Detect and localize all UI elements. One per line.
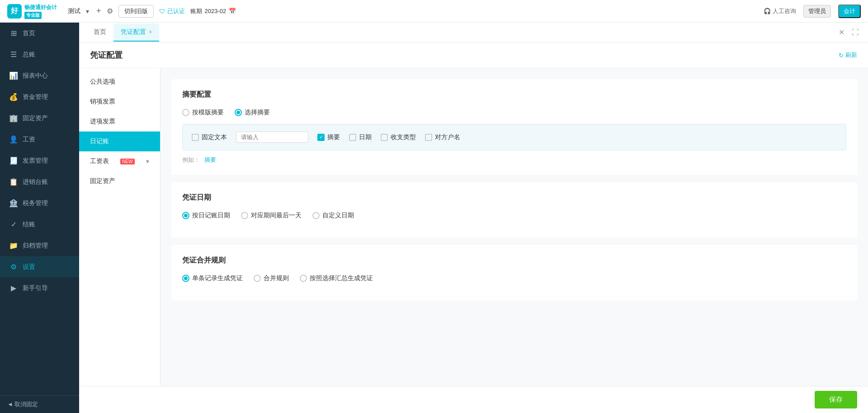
config-sidebar-diary[interactable]: 日记账 <box>79 131 160 151</box>
radio-select-circle <box>235 109 242 116</box>
company-name: 测试 <box>68 7 80 15</box>
app-container: 好 畅捷通好会计 专业版 测试 ▾ + ⚙ 切到旧版 🛡 已认证 账期 2023… <box>0 0 868 413</box>
sidebar-scroll: ⊞ 首页 ☰ 总账 📊 报表中心 💰 资金管理 🏢 固定资产 <box>0 23 79 395</box>
calendar-icon[interactable]: 📅 <box>229 8 236 14</box>
summary-radio-select[interactable]: 选择摘要 <box>235 108 270 117</box>
invoice-icon: 🧾 <box>9 156 18 165</box>
merge-radio-rule[interactable]: 合并规则 <box>254 274 289 282</box>
tab-home[interactable]: 首页 <box>86 23 113 42</box>
date-title: 凭证日期 <box>182 193 846 202</box>
sidebar-item-funds[interactable]: 💰 资金管理 <box>0 86 79 108</box>
fixed-text-checkbox[interactable]: 固定文本 <box>192 133 227 141</box>
funds-icon: 💰 <box>9 93 18 101</box>
payment-type-checkbox[interactable]: 收支类型 <box>381 133 416 141</box>
logo-icon: 好 <box>7 4 22 19</box>
merge-radio-group: 单条记录生成凭证 合并规则 按照选择汇总生成凭证 <box>182 274 846 282</box>
merge-radio-summary[interactable]: 按照选择汇总生成凭证 <box>300 274 373 282</box>
page-header: 凭证配置 ↻ 刷新 <box>79 42 868 68</box>
logo-area: 好 畅捷通好会计 专业版 <box>7 4 57 19</box>
radio-period-last-circle <box>241 212 248 219</box>
page-title: 凭证配置 <box>90 50 123 61</box>
radio-merge-rule-circle <box>254 275 261 282</box>
merge-title: 凭证合并规则 <box>182 256 846 265</box>
sidebar-item-reports[interactable]: 📊 报表中心 <box>0 65 79 86</box>
tabs-controls: ✕ ⛶ <box>837 26 861 38</box>
top-bar-actions: + ⚙ 切到旧版 🛡 已认证 账期 2023-02 📅 <box>96 5 236 18</box>
sidebar-item-home[interactable]: ⊞ 首页 <box>0 23 79 44</box>
summary-checkbox[interactable]: ✓ 摘要 <box>317 133 340 141</box>
date-radio-period-last[interactable]: 对应期间最后一天 <box>241 211 302 220</box>
sidebar: ⊞ 首页 ☰ 总账 📊 报表中心 💰 资金管理 🏢 固定资产 <box>0 23 79 413</box>
refresh-icon: ↻ <box>839 52 844 59</box>
dropdown-icon[interactable]: ▾ <box>86 8 89 15</box>
period-info: 账期 2023-02 📅 <box>190 7 236 15</box>
refresh-btn[interactable]: ↻ 刷新 <box>839 51 857 59</box>
main-area: ⊞ 首页 ☰ 总账 📊 报表中心 💰 资金管理 🏢 固定资产 <box>0 23 868 413</box>
merge-section: 凭证合并规则 单条记录生成凭证 合并规则 <box>171 245 857 300</box>
tabs-bar: 首页 凭证配置 × ✕ ⛶ <box>79 23 868 42</box>
example-row: 例如： 摘要 <box>182 156 846 164</box>
expand-tab-btn[interactable]: ⛶ <box>850 27 861 38</box>
config-sidebar-payroll[interactable]: 工资表 NEW ▾ <box>79 151 160 171</box>
sidebar-item-assets[interactable]: 🏢 固定资产 <box>0 108 79 129</box>
config-sidebar-purchase-invoice[interactable]: 进项发票 <box>79 112 160 131</box>
sidebar-item-salary[interactable]: 👤 工资 <box>0 129 79 150</box>
tax-icon: 🏦 <box>9 199 18 207</box>
settings-sidebar-icon: ⚙ <box>9 263 18 271</box>
logo-text: 畅捷通好会计 专业版 <box>24 4 57 19</box>
date-radio-group: 按日记账日期 对应期间最后一天 自定义日期 <box>182 211 846 220</box>
config-main: 摘要配置 按模版摘要 选择摘要 <box>160 68 868 386</box>
close-tab-btn[interactable]: ✕ <box>837 26 846 38</box>
radio-single-circle <box>182 275 189 282</box>
counterpart-checkbox-box <box>425 134 432 141</box>
sidebar-item-close[interactable]: ✓ 结账 <box>0 214 79 235</box>
sidebar-item-tax[interactable]: 🏦 税务管理 <box>0 192 79 214</box>
merge-radio-single[interactable]: 单条记录生成凭证 <box>182 274 243 282</box>
config-sidebar-public[interactable]: 公共选项 <box>79 72 160 92</box>
tab-voucher-config[interactable]: 凭证配置 × <box>113 23 159 42</box>
ledger-icon: ☰ <box>9 50 18 59</box>
reports-icon: 📊 <box>9 71 18 80</box>
sidebar-item-guide[interactable]: ▶ 新手引导 <box>0 277 79 299</box>
new-badge: NEW <box>120 159 134 164</box>
sidebar-item-settings[interactable]: ⚙ 设置 <box>0 256 79 277</box>
summary-checkbox-box: ✓ <box>317 134 325 141</box>
service-btn[interactable]: 🎧 人工咨询 <box>764 7 796 15</box>
cancel-fixed-btn[interactable]: ◄ 取消固定 <box>0 395 79 413</box>
admin-btn[interactable]: 管理员 <box>803 5 831 18</box>
pro-badge: 专业版 <box>24 12 42 19</box>
switch-old-btn[interactable]: 切到旧版 <box>118 5 154 18</box>
tab-close-icon[interactable]: × <box>149 29 152 35</box>
top-bar-left: 好 畅捷通好会计 专业版 测试 ▾ + ⚙ 切到旧版 🛡 已认证 账期 2023… <box>7 4 236 19</box>
summary-radio-template[interactable]: 按模版摘要 <box>182 108 224 117</box>
sidebar-item-invoice[interactable]: 🧾 发票管理 <box>0 150 79 171</box>
date-radio-diary[interactable]: 按日记账日期 <box>182 211 230 220</box>
content-area: 首页 凭证配置 × ✕ ⛶ 凭证配置 ↻ 刷新 <box>79 23 868 413</box>
config-sidebar-sales-invoice[interactable]: 销项发票 <box>79 92 160 112</box>
close-accounts-icon: ✓ <box>9 220 18 229</box>
settings-icon[interactable]: ⚙ <box>107 7 113 15</box>
radio-custom-date-circle <box>312 212 320 219</box>
fixed-text-checkbox-box <box>192 134 199 141</box>
radio-summary-circle <box>300 275 307 282</box>
sidebar-item-sales[interactable]: 📋 进销台账 <box>0 171 79 192</box>
add-icon[interactable]: + <box>96 6 101 16</box>
save-btn[interactable]: 保存 <box>815 391 857 408</box>
certified-badge: 🛡 已认证 <box>159 7 185 15</box>
accountant-btn[interactable]: 会计 <box>838 5 861 18</box>
config-body: 公共选项 销项发票 进项发票 日记账 工资表 NEW <box>79 68 868 386</box>
config-sidebar-fixed-assets[interactable]: 固定资产 <box>79 171 160 191</box>
date-checkbox[interactable]: 日期 <box>349 133 372 141</box>
counterpart-checkbox[interactable]: 对方户名 <box>425 133 460 141</box>
page-content: 凭证配置 ↻ 刷新 公共选项 销项发票 <box>79 42 868 413</box>
summary-title: 摘要配置 <box>182 90 846 99</box>
date-radio-custom[interactable]: 自定义日期 <box>312 211 354 220</box>
payment-type-checkbox-box <box>381 134 388 141</box>
sales-icon: 📋 <box>9 178 18 186</box>
date-checkbox-box <box>349 134 356 141</box>
salary-icon: 👤 <box>9 135 18 144</box>
fixed-text-input[interactable] <box>236 131 308 143</box>
summary-checkbox-row: 固定文本 ✓ 摘要 日期 <box>182 124 846 150</box>
sidebar-item-archive[interactable]: 📁 归档管理 <box>0 235 79 256</box>
sidebar-item-ledger[interactable]: ☰ 总账 <box>0 44 79 65</box>
